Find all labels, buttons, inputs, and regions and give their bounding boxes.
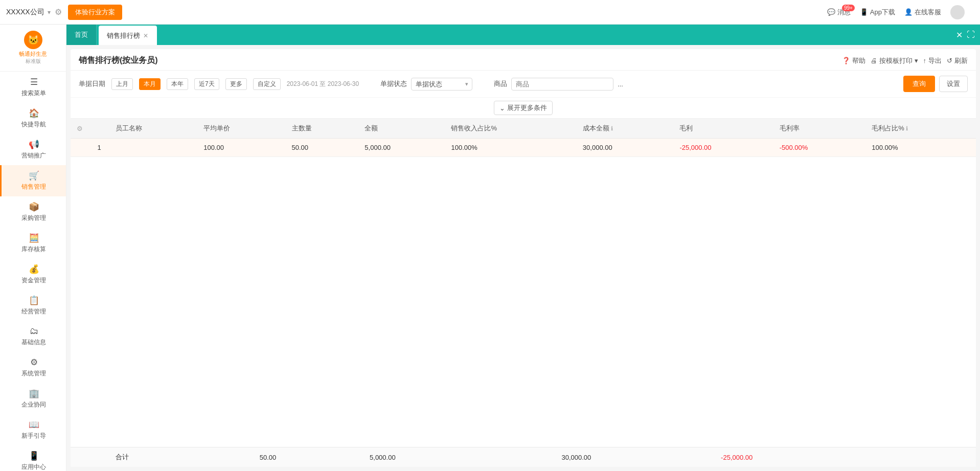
- sidebar-item-guide[interactable]: 📖 新手引导: [0, 414, 66, 445]
- search-order-icon: ☰: [30, 77, 38, 87]
- tab-close-icon[interactable]: ✕: [143, 32, 148, 39]
- col-name-header: 员工名称: [109, 119, 197, 139]
- app-download-button[interactable]: 📱 App下载: [860, 8, 895, 17]
- sidebar-item-label: 经营管理: [21, 307, 46, 316]
- enterprise-icon: 🏢: [29, 388, 39, 399]
- expand-more-bar: ⌄ 展开更多条件: [71, 98, 976, 119]
- sidebar-item-purchase[interactable]: 📦 采购管理: [0, 196, 66, 228]
- sidebar-item-label: 资金管理: [21, 276, 46, 285]
- guide-icon: 📖: [29, 419, 39, 430]
- cost-help-icon[interactable]: ℹ: [611, 125, 613, 131]
- refresh-button[interactable]: ↺ 刷新: [947, 56, 968, 65]
- date-more-btn[interactable]: 更多: [225, 78, 247, 90]
- sidebar-item-finance[interactable]: 💰 资金管理: [0, 259, 66, 290]
- table-footer: 合计 50.00 5,000.00 30,000.00 -25,000.00: [71, 447, 976, 467]
- sidebar-item-marketing[interactable]: 📢 营销推广: [0, 134, 66, 165]
- query-button[interactable]: 查询: [903, 76, 935, 92]
- sidebar-item-enterprise[interactable]: 🏢 企业协同: [0, 383, 66, 414]
- tab-home-label: 首页: [75, 30, 88, 39]
- footer-cell-cost: 30,000.00: [555, 447, 715, 467]
- trial-button[interactable]: 体验行业方案: [68, 5, 122, 20]
- sidebar-item-app-center[interactable]: 📱 应用中心: [0, 445, 66, 471]
- finance-icon: 💰: [29, 264, 39, 275]
- refresh-icon: ↺: [947, 57, 952, 64]
- page-header: 销售排行榜(按业务员) ❓ 帮助 🖨 按模板打印 ▾ ↑: [71, 49, 976, 71]
- page-actions: ❓ 帮助 🖨 按模板打印 ▾ ↑ 导出 ↺: [842, 56, 968, 65]
- sidebar-item-label: 搜索菜单: [21, 89, 46, 98]
- export-label: 导出: [928, 56, 942, 65]
- sidebar-item-inventory[interactable]: 🧮 库存核算: [0, 228, 66, 259]
- tab-home[interactable]: 首页: [66, 25, 97, 45]
- date-7days-btn[interactable]: 近7天: [194, 78, 219, 90]
- tab-sales-rank-label: 销售排行榜: [107, 31, 140, 40]
- date-label: 单据日期: [79, 79, 105, 88]
- product-label: 商品: [494, 79, 507, 88]
- cell-qty: 50.00: [286, 139, 359, 157]
- online-service-button[interactable]: 👤 在线客服: [904, 8, 941, 17]
- basic-info-icon: 🗂: [30, 326, 38, 337]
- sidebar-item-search-order[interactable]: ☰ 搜索菜单: [0, 72, 66, 103]
- footer-row: 合计 50.00 5,000.00 30,000.00 -25,000.00: [71, 447, 976, 467]
- page-title: 销售排行榜(按业务员): [79, 55, 158, 66]
- tab-sales-rank[interactable]: 销售排行榜 ✕: [99, 26, 157, 46]
- table-row: 1 100.00 50.00 5,000.00 100.00% 30,000.0…: [71, 139, 976, 157]
- table-wrap: ⚙ 员工名称 平均单价 主数量 全额 销售收入占比% 成本全额 ℹ: [71, 119, 976, 447]
- more-conditions-btn[interactable]: ...: [618, 80, 623, 88]
- product-input[interactable]: [511, 78, 613, 91]
- sidebar-item-label: 企业协同: [21, 400, 46, 409]
- topbar-gear-icon[interactable]: ⚙: [55, 7, 62, 17]
- message-badge: 99+: [842, 5, 855, 11]
- table-header-row: ⚙ 员工名称 平均单价 主数量 全额 销售收入占比% 成本全额 ℹ: [71, 119, 976, 139]
- company-arrow-icon: ▾: [48, 9, 51, 16]
- sidebar-item-sales[interactable]: 🛒 销售管理: [0, 165, 66, 196]
- topbar: XXXXX公司 ▾ ⚙ 体验行业方案 💬 消息 99+ 📱 App下载 👤 在线…: [0, 0, 980, 25]
- grosspct-help-icon[interactable]: ℹ: [906, 125, 908, 131]
- status-select[interactable]: 单据状态: [411, 78, 472, 91]
- date-custom-btn[interactable]: 自定义: [253, 78, 281, 90]
- footer-cell-gross-rate: [882, 447, 929, 467]
- company-selector[interactable]: XXXXX公司 ▾: [6, 8, 51, 17]
- logo-sub: 标准版: [26, 58, 41, 65]
- message-icon: 💬: [827, 8, 835, 16]
- footer-cell-avg: [207, 447, 253, 467]
- sidebar-item-label: 采购管理: [21, 214, 46, 222]
- message-button[interactable]: 💬 消息 99+: [827, 8, 851, 17]
- tab-maximize-icon[interactable]: ⛶: [967, 30, 975, 39]
- footer-cell-amount: 5,000.00: [363, 447, 509, 467]
- sidebar-item-label: 系统管理: [21, 369, 46, 378]
- sidebar-item-basic-info[interactable]: 🗂 基础信息: [0, 321, 66, 352]
- help-button[interactable]: ❓ 帮助: [842, 56, 865, 65]
- date-this-month-btn[interactable]: 本月: [139, 78, 161, 90]
- logo-text: 畅通好生意: [19, 50, 47, 58]
- cell-amount: 5,000.00: [358, 139, 445, 157]
- sidebar-item-operations[interactable]: 📋 经营管理: [0, 290, 66, 321]
- footer-cell-sales-pct: [509, 447, 555, 467]
- col-gross-header: 毛利: [673, 119, 773, 139]
- avatar[interactable]: [950, 5, 965, 19]
- sidebar-item-quick-nav[interactable]: 🏠 快捷导航: [0, 103, 66, 134]
- sidebar-item-label: 基础信息: [21, 338, 46, 347]
- sidebar-item-label: 销售管理: [21, 183, 46, 191]
- col-rank-header: [89, 119, 109, 139]
- status-label: 单据状态: [380, 79, 407, 88]
- footer-cell-rank: [89, 447, 109, 467]
- date-this-year-btn[interactable]: 本年: [167, 78, 188, 90]
- footer-cell-qty: 50.00: [254, 447, 363, 467]
- data-table: ⚙ 员工名称 平均单价 主数量 全额 销售收入占比% 成本全额 ℹ: [71, 119, 976, 157]
- settings-button[interactable]: 设置: [939, 76, 968, 92]
- col-amount-header: 全额: [358, 119, 445, 139]
- page-content: 销售排行榜(按业务员) ❓ 帮助 🖨 按模板打印 ▾ ↑: [66, 45, 980, 471]
- footer-table: 合计 50.00 5,000.00 30,000.00 -25,000.00: [71, 447, 976, 467]
- company-name: XXXXX公司: [6, 8, 44, 17]
- topbar-right: 💬 消息 99+ 📱 App下载 👤 在线客服: [827, 5, 974, 19]
- date-last-month-btn[interactable]: 上月: [111, 78, 133, 90]
- sidebar-item-system[interactable]: ⚙ 系统管理: [0, 352, 66, 383]
- tab-minimize-icon[interactable]: ✕: [956, 30, 963, 40]
- export-button[interactable]: ↑ 导出: [923, 56, 942, 65]
- print-button[interactable]: 🖨 按模板打印 ▾: [871, 56, 918, 65]
- footer-cell-label: 合计: [109, 447, 207, 467]
- operations-icon: 📋: [29, 295, 39, 306]
- gear-icon[interactable]: ⚙: [77, 125, 83, 132]
- tab-bar-right: ✕ ⛶: [956, 30, 980, 40]
- expand-more-button[interactable]: ⌄ 展开更多条件: [494, 101, 553, 115]
